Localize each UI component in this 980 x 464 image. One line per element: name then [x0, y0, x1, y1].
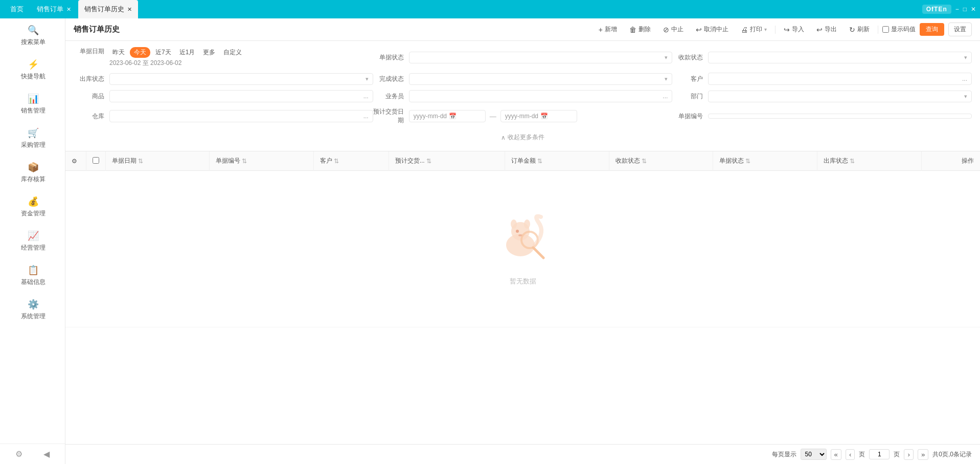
th-delivery-date[interactable]: 预计交货... ⇅ [389, 151, 505, 171]
tab-list: 首页 销售订单 ✕ 销售订单历史 ✕ [4, 0, 138, 18]
sort-order-no-icon[interactable]: ⇅ [242, 158, 247, 165]
sidebar-item-basic-info[interactable]: 📋 基础信息 [0, 258, 65, 293]
sidebar-item-finance[interactable]: 💰 资金管理 [0, 190, 65, 224]
th-checkbox[interactable] [86, 151, 105, 171]
window-maximize[interactable]: □ [963, 6, 967, 13]
th-order-no[interactable]: 单据编号 ⇅ [210, 151, 314, 171]
sort-amount-icon[interactable]: ⇅ [537, 158, 542, 165]
window-close[interactable]: ✕ [971, 6, 976, 13]
svg-point-2 [511, 219, 517, 229]
collapse-row[interactable]: ∧ 收起更多条件 [74, 130, 972, 145]
sidebar-item-quick-nav[interactable]: ⚡ 快捷导航 [0, 53, 65, 87]
empty-text: 暂无数据 [510, 277, 536, 286]
completion-select[interactable]: ▾ [409, 73, 673, 85]
th-stock-status[interactable]: 出库状态 ⇅ [817, 151, 921, 171]
order-no-label: 单据编号 [672, 112, 708, 121]
delete-button[interactable]: 🗑 删除 [625, 23, 655, 36]
display-cols-checkbox[interactable] [882, 26, 889, 33]
sort-delivery-date-icon[interactable]: ⇅ [426, 158, 431, 165]
tab-sales-order-history[interactable]: 销售订单历史 ✕ [78, 0, 138, 18]
operations-icon: 📈 [28, 230, 39, 241]
sort-payment-status-icon[interactable]: ⇅ [642, 158, 647, 165]
empty-svg [492, 212, 554, 263]
display-cols-text: 显示码值 [891, 25, 916, 34]
cancel-stop-button[interactable]: ↩ 取消中止 [692, 23, 733, 36]
table-settings-icon[interactable]: ⚙ [72, 158, 77, 165]
prev-page-button[interactable]: ‹ [846, 449, 855, 460]
sidebar-item-sales-mgmt[interactable]: 📊 销售管理 [0, 87, 65, 121]
order-status-select[interactable]: ▾ [409, 52, 673, 63]
product-select[interactable]: ... [109, 90, 373, 102]
th-settings[interactable]: ⚙ [65, 151, 86, 171]
sidebar-item-system-mgmt[interactable]: ⚙️ 系统管理 [0, 293, 65, 327]
first-page-button[interactable]: « [831, 449, 841, 460]
sidebar-collapse-icon[interactable]: ◀ [43, 449, 50, 459]
print-button[interactable]: 🖨 打印 ▾ [737, 23, 771, 36]
delivery-date-to[interactable]: yyyy-mm-dd 📅 [500, 110, 577, 122]
tab-sales-order-history-label: 销售订单历史 [84, 5, 124, 14]
main-layout: 🔍 搜索菜单 ⚡ 快捷导航 📊 销售管理 🛒 采购管理 📦 库存核算 💰 资金管… [0, 18, 980, 464]
select-all-checkbox[interactable] [93, 157, 99, 164]
salesperson-select[interactable]: ... [409, 90, 673, 102]
customer-select[interactable]: ... [708, 73, 972, 85]
per-page-select[interactable]: 50 10 20 100 [801, 449, 827, 460]
new-button[interactable]: + 新增 [595, 23, 621, 36]
sidebar-label-search-menu: 搜索菜单 [21, 38, 45, 47]
query-button[interactable]: 查询 [920, 23, 944, 36]
sidebar-label-operations: 经营管理 [21, 244, 45, 252]
dept-select[interactable]: ▾ [708, 91, 972, 102]
th-customer[interactable]: 客户 ⇅ [313, 151, 389, 171]
date-last7[interactable]: 近7天 [152, 47, 174, 58]
th-payment-status-label: 收款状态 [616, 157, 640, 165]
export-label: 导出 [825, 25, 837, 34]
th-amount[interactable]: 订单金额 ⇅ [505, 151, 609, 171]
sidebar-item-inventory[interactable]: 📦 库存核算 [0, 156, 65, 190]
date-custom[interactable]: 自定义 [220, 47, 245, 58]
refresh-button[interactable]: ↻ 刷新 [845, 23, 874, 36]
sidebar-item-operations[interactable]: 📈 经营管理 [0, 224, 65, 258]
basic-info-icon: 📋 [28, 264, 39, 276]
date-last1month[interactable]: 近1月 [176, 47, 198, 58]
sort-stock-status-icon[interactable]: ⇅ [850, 158, 855, 165]
page-label: 页 [859, 450, 865, 459]
sidebar-item-search-menu[interactable]: 🔍 搜索菜单 [0, 18, 65, 53]
display-cols-label[interactable]: 显示码值 [882, 25, 916, 34]
sidebar-settings-icon[interactable]: ⚙ [15, 449, 22, 459]
sidebar-label-sales-mgmt: 销售管理 [21, 106, 45, 115]
sort-date-icon[interactable]: ⇅ [138, 158, 143, 165]
sort-customer-icon[interactable]: ⇅ [334, 158, 339, 165]
stock-out-select[interactable]: ▾ [109, 73, 373, 85]
delivery-date-from[interactable]: yyyy-mm-dd 📅 [409, 110, 486, 122]
stop-button[interactable]: ⊘ 中止 [659, 23, 688, 36]
tab-home[interactable]: 首页 [4, 0, 30, 18]
window-minimize[interactable]: − [955, 6, 959, 13]
separator-1 [775, 26, 776, 34]
tab-sales-order-close[interactable]: ✕ [66, 6, 71, 13]
tab-home-label: 首页 [10, 5, 24, 14]
settings-button[interactable]: 设置 [948, 23, 972, 36]
completion-label: 完成状态 [373, 75, 409, 83]
th-order-status[interactable]: 单据状态 ⇅ [713, 151, 817, 171]
export-button[interactable]: ↩ 导出 [812, 23, 841, 36]
sort-order-status-icon[interactable]: ⇅ [745, 158, 750, 165]
th-payment-status[interactable]: 收款状态 ⇅ [609, 151, 713, 171]
tab-sales-order[interactable]: 销售订单 ✕ [31, 0, 77, 18]
th-date[interactable]: 单据日期 ⇅ [105, 151, 210, 171]
last-page-button[interactable]: » [918, 449, 928, 460]
import-button[interactable]: ↪ 导入 [780, 23, 808, 36]
payment-status-select[interactable]: ▾ [708, 52, 972, 63]
product-label: 商品 [74, 92, 109, 101]
order-status-label: 单据状态 [373, 53, 409, 62]
date-more[interactable]: 更多 [200, 47, 218, 58]
date-yesterday[interactable]: 昨天 [109, 47, 128, 58]
tab-sales-order-history-close[interactable]: ✕ [127, 6, 132, 13]
order-no-input[interactable] [708, 114, 972, 119]
current-page-input[interactable] [869, 449, 890, 459]
order-status-dropdown-icon: ▾ [665, 54, 668, 61]
warehouse-select[interactable]: ... [109, 110, 373, 122]
next-page-button[interactable]: › [904, 449, 913, 460]
date-label: 单据日期 [74, 47, 109, 56]
cancel-stop-label: 取消中止 [704, 25, 728, 34]
date-today[interactable]: 今天 [130, 47, 150, 58]
sidebar-item-purchase-mgmt[interactable]: 🛒 采购管理 [0, 121, 65, 156]
